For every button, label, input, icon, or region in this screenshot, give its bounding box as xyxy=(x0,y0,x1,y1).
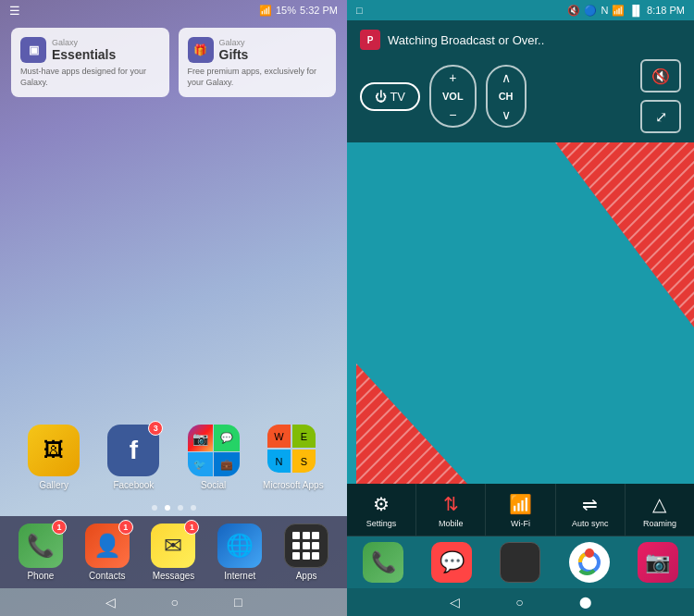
messages-icon-wrap: ✉ 1 xyxy=(151,524,195,568)
gifts-title: Gifts xyxy=(219,47,249,62)
bluetooth-icon: 🔵 xyxy=(584,5,597,17)
dock-messages[interactable]: ✉ 1 Messages xyxy=(143,524,205,581)
vol-control: + VOL − xyxy=(429,65,477,128)
ms-q4: S xyxy=(292,450,316,473)
rdock-chrome[interactable] xyxy=(557,542,622,583)
cards-area: ▣ Galaxy Essentials Must-have apps desig… xyxy=(0,20,347,105)
rdock-camera-icon: 📷 xyxy=(638,542,678,583)
right-home-button[interactable]: ○ xyxy=(515,595,523,610)
instagram-quad: 📷 xyxy=(188,425,214,451)
triangle-decoration-right xyxy=(555,142,694,327)
social-label: Social xyxy=(201,480,226,490)
tv-button[interactable]: ⏻ TV xyxy=(360,82,420,111)
right-status-left: □ xyxy=(356,5,363,16)
rdock-phone[interactable]: 📞 xyxy=(351,542,415,583)
skype-quad: 💼 xyxy=(214,452,240,476)
contacts-badge: 1 xyxy=(118,520,133,535)
fullscreen-button[interactable]: ⤢ xyxy=(640,100,681,133)
apps-dot xyxy=(303,532,310,539)
dock-phone[interactable]: 📞 1 Phone xyxy=(9,524,72,581)
wifi-qs-icon: 📶 xyxy=(509,493,532,515)
left-time: 5:32 PM xyxy=(300,5,338,16)
contacts-label: Contacts xyxy=(89,571,125,581)
apps-label: Apps xyxy=(296,571,317,581)
ch-down-button[interactable]: ∨ xyxy=(502,107,511,122)
qs-roaming-label: Roaming xyxy=(643,519,676,528)
rdock-chat[interactable]: 💬 xyxy=(419,542,484,583)
apps-dot xyxy=(303,552,310,560)
vol-label: VOL xyxy=(442,91,464,102)
right-nav: ◁ ○ ⬤ xyxy=(347,588,694,616)
app-social[interactable]: 📷 💬 🐦 💼 Social xyxy=(179,425,249,490)
rdock-chrome-icon xyxy=(569,542,610,583)
app-microsoft[interactable]: W E N S Microsoft Apps xyxy=(258,425,328,490)
dot-2[interactable] xyxy=(165,505,170,511)
remote-controls: ⏻ TV + VOL − ∧ CH ∨ 🔇 ⤢ xyxy=(360,59,681,133)
dot-4[interactable] xyxy=(191,505,196,511)
microsoft-label: Microsoft Apps xyxy=(263,480,324,490)
signal-icon2: ▐▌ xyxy=(628,5,643,16)
remote-title: Watching Broadcast or Over.. xyxy=(388,33,544,47)
dock-apps[interactable]: Apps xyxy=(275,524,338,581)
dot-3[interactable] xyxy=(178,505,183,511)
gifts-card[interactable]: 🎁 Galaxy Gifts Free premium apps, exclus… xyxy=(179,28,337,97)
ch-up-button[interactable]: ∧ xyxy=(502,70,511,85)
apps-dot xyxy=(292,542,300,549)
qs-wifi[interactable]: 📶 Wi-Fi xyxy=(486,484,555,536)
remote-panel: P Watching Broadcast or Over.. ⏻ TV + VO… xyxy=(347,20,694,142)
qs-settings[interactable]: ⚙ Settings xyxy=(347,484,416,536)
triangle-decoration-left xyxy=(356,363,467,484)
dot-indicators xyxy=(0,499,347,516)
vol-down-button[interactable]: − xyxy=(449,107,456,122)
apps-dot xyxy=(292,532,300,539)
dock-internet[interactable]: 🌐 Internet xyxy=(208,524,271,581)
essentials-card[interactable]: ▣ Galaxy Essentials Must-have apps desig… xyxy=(11,28,169,97)
qs-roaming[interactable]: △ Roaming xyxy=(626,484,694,536)
social-icon: 📷 💬 🐦 💼 xyxy=(188,425,240,476)
right-bottom-dock: 📞 💬 xyxy=(347,536,694,588)
microsoft-icon-wrap: W E N S xyxy=(267,425,319,476)
home-button[interactable]: ○ xyxy=(171,595,179,610)
gifts-card-header: 🎁 Galaxy Gifts xyxy=(188,37,328,63)
svg-point-8 xyxy=(585,548,594,558)
apps-dot xyxy=(292,552,300,560)
left-status-left: ☰ xyxy=(9,4,20,18)
gifts-brand: Galaxy xyxy=(219,38,249,47)
rdock-camera[interactable]: 📷 xyxy=(626,542,690,583)
apps-dot xyxy=(312,532,319,539)
apps-dot xyxy=(312,552,319,560)
ch-control: ∧ CH ∨ xyxy=(486,65,527,128)
qs-mobile-label: Mobile xyxy=(439,519,464,528)
remote-side-buttons: 🔇 ⤢ xyxy=(640,59,681,133)
right-recent-button[interactable]: ⬤ xyxy=(579,596,591,609)
autosync-icon: ⇌ xyxy=(582,493,598,515)
qs-autosync[interactable]: ⇌ Auto sync xyxy=(556,484,626,536)
internet-label: Internet xyxy=(224,571,255,581)
svg-marker-5 xyxy=(356,363,467,484)
left-status-right: 📶 15% 5:32 PM xyxy=(259,5,338,17)
dock-contacts[interactable]: 👤 1 Contacts xyxy=(76,524,139,581)
twitter-quad: 🐦 xyxy=(188,452,214,476)
battery-level: 15% xyxy=(276,5,296,16)
app-grid: 🖼 Gallery f 3 Facebook 📷 💬 🐦 💼 Social xyxy=(0,415,347,499)
back-button[interactable]: ◁ xyxy=(105,595,116,610)
mobile-icon: ⇅ xyxy=(443,493,459,515)
right-back-button[interactable]: ◁ xyxy=(450,595,460,610)
dot-1[interactable] xyxy=(152,505,157,511)
app-gallery[interactable]: 🖼 Gallery xyxy=(19,425,89,490)
rdock-apps-icon xyxy=(500,542,540,583)
essentials-icon: ▣ xyxy=(20,37,46,63)
mute-button[interactable]: 🔇 xyxy=(640,59,681,92)
vol-up-button[interactable]: + xyxy=(449,70,456,85)
rdock-phone-icon: 📞 xyxy=(363,542,403,583)
recent-button[interactable]: □ xyxy=(234,595,242,610)
ms-q2: E xyxy=(292,425,316,448)
signal-icon: 📶 xyxy=(259,5,272,17)
qs-mobile[interactable]: ⇅ Mobile xyxy=(416,484,486,536)
rdock-apps[interactable] xyxy=(488,542,552,583)
phone-icon-wrap: 📞 1 xyxy=(19,524,63,568)
svg-point-9 xyxy=(585,558,594,567)
right-status-right: 🔇 🔵 N 📶 ▐▌ 8:18 PM xyxy=(567,5,685,17)
app-facebook[interactable]: f 3 Facebook xyxy=(98,425,168,490)
triangles-area xyxy=(347,142,694,484)
